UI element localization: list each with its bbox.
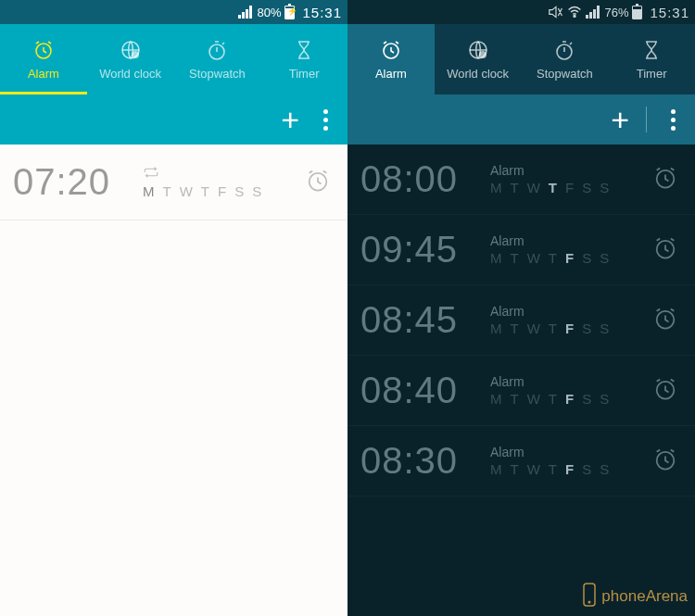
alarm-label: Alarm (490, 374, 652, 389)
alarm-row[interactable]: 08:40AlarmMTWTFSS (348, 356, 695, 426)
battery-icon (632, 6, 642, 19)
alarm-meta: AlarmMTWTFSS (490, 163, 652, 195)
stopwatch-icon (553, 39, 575, 64)
globe-icon (467, 39, 489, 64)
phonearena-logo-icon (581, 583, 598, 610)
tab-alarm[interactable]: Alarm (348, 24, 435, 94)
alarm-toggle-icon[interactable] (652, 165, 678, 195)
alarm-row[interactable]: 07:20 M T W T F S S (0, 145, 348, 220)
alarm-toggle-icon[interactable] (652, 235, 678, 265)
phone-left: 80% ⚡ 15:31 Alarm World clock Stopwatch … (0, 0, 348, 616)
alarm-icon (380, 39, 402, 64)
alarm-toggle-icon[interactable] (305, 168, 331, 197)
tab-label: Alarm (28, 67, 59, 81)
alarm-meta: M T W T F S S (143, 166, 305, 199)
alarm-toggle-icon[interactable] (652, 306, 678, 335)
alarm-list: 07:20 M T W T F S S (0, 145, 348, 616)
alarm-row[interactable]: 08:00AlarmMTWTFSS (348, 145, 695, 215)
days-row: MTWTFSS (490, 180, 652, 195)
phone-right: 76% 15:31 Alarm World clock Stopwatch Ti… (348, 0, 695, 616)
status-bar: 80% ⚡ 15:31 (0, 0, 348, 24)
watermark-text: phoneArena (601, 587, 688, 606)
tab-alarm[interactable]: Alarm (0, 24, 87, 94)
alarm-label: Alarm (490, 445, 652, 459)
tab-label: Stopwatch (537, 67, 593, 81)
battery-icon: ⚡ (284, 6, 295, 19)
alarm-meta: AlarmMTWTFSS (490, 233, 652, 266)
watermark: phoneArena (581, 583, 688, 610)
days-row: M T W T F S S (143, 183, 305, 199)
repeat-icon (143, 166, 159, 179)
add-alarm-button[interactable]: + (611, 104, 629, 135)
add-alarm-button[interactable]: + (281, 104, 299, 135)
svg-point-5 (574, 15, 575, 17)
alarm-label: Alarm (490, 233, 652, 248)
alarm-label: Alarm (490, 163, 652, 178)
overflow-menu-button[interactable] (316, 109, 335, 131)
alarm-time: 08:30 (360, 440, 490, 482)
tab-label: Timer (289, 67, 320, 81)
alarm-list[interactable]: 08:00AlarmMTWTFSS09:45AlarmMTWTFSS08:45A… (348, 145, 695, 616)
status-bar: 76% 15:31 (348, 0, 695, 24)
alarm-time: 08:40 (360, 370, 490, 411)
toolbar-separator (646, 107, 647, 132)
alarm-time: 09:45 (360, 229, 490, 270)
mute-icon (549, 6, 563, 19)
days-row: MTWTFSS (490, 250, 652, 266)
battery-percent: 80% (257, 6, 281, 19)
svg-point-2 (132, 51, 139, 58)
overflow-menu-button[interactable] (663, 109, 682, 131)
hourglass-icon (293, 39, 315, 64)
days-row: MTWTFSS (490, 461, 652, 477)
tab-world-clock[interactable]: World clock (87, 24, 174, 94)
toolbar: + (348, 94, 695, 145)
alarm-meta: AlarmMTWTFSS (490, 374, 652, 407)
tab-label: Alarm (375, 67, 407, 81)
alarm-time: 08:00 (360, 158, 490, 200)
tab-timer[interactable]: Timer (260, 24, 348, 94)
alarm-toggle-icon[interactable] (652, 446, 678, 476)
svg-point-16 (588, 601, 591, 604)
stopwatch-icon (206, 39, 228, 64)
svg-point-8 (479, 51, 486, 58)
signal-icon (238, 6, 253, 19)
tab-bar: Alarm World clock Stopwatch Timer (348, 24, 695, 94)
alarm-label: Alarm (490, 304, 652, 319)
tab-label: World clock (447, 67, 509, 81)
wifi-icon (567, 6, 582, 19)
alarm-time: 08:45 (360, 299, 490, 341)
battery-percent: 76% (604, 6, 628, 19)
hourglass-icon (640, 39, 663, 64)
alarm-row[interactable]: 09:45AlarmMTWTFSS (348, 215, 695, 285)
alarm-row[interactable]: 08:45AlarmMTWTFSS (348, 285, 695, 356)
days-row: MTWTFSS (490, 321, 652, 336)
tab-stopwatch[interactable]: Stopwatch (522, 24, 609, 94)
toolbar: + (0, 94, 348, 145)
alarm-toggle-icon[interactable] (652, 376, 678, 406)
days-row: MTWTFSS (490, 391, 652, 407)
tab-timer[interactable]: Timer (608, 24, 695, 94)
alarm-row[interactable]: 08:30AlarmMTWTFSS (348, 426, 695, 497)
tab-stopwatch[interactable]: Stopwatch (174, 24, 261, 94)
alarm-meta: AlarmMTWTFSS (490, 445, 652, 477)
status-time: 15:31 (302, 5, 342, 20)
alarm-time: 07:20 (13, 161, 143, 203)
tab-bar: Alarm World clock Stopwatch Timer (0, 24, 348, 94)
alarm-meta: AlarmMTWTFSS (490, 304, 652, 336)
signal-icon (586, 6, 600, 19)
tab-label: Stopwatch (189, 67, 246, 81)
alarm-icon (32, 39, 55, 64)
tab-label: Timer (637, 67, 667, 81)
globe-icon (120, 39, 142, 64)
tab-world-clock[interactable]: World clock (435, 24, 522, 94)
tab-label: World clock (99, 67, 161, 81)
status-time: 15:31 (650, 5, 689, 20)
